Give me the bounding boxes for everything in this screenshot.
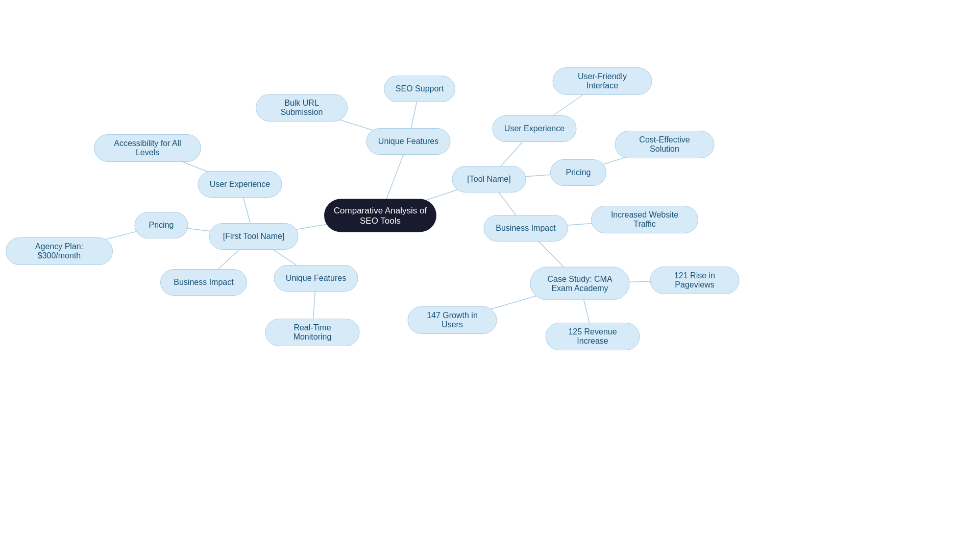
node-cost-effective[interactable]: Cost-Effective Solution bbox=[615, 131, 715, 158]
node-business-impact-right[interactable]: Business Impact bbox=[484, 215, 568, 242]
node-rise-pageviews[interactable]: 121 Rise in Pageviews bbox=[650, 267, 740, 294]
node-ux-left[interactable]: User Experience bbox=[198, 171, 282, 198]
node-increased-traffic[interactable]: Increased Website Traffic bbox=[591, 206, 698, 233]
node-unique-features-left[interactable]: Unique Features bbox=[274, 265, 358, 292]
node-case-study[interactable]: Case Study: CMA Exam Academy bbox=[530, 267, 630, 300]
node-pricing-right[interactable]: Pricing bbox=[550, 159, 606, 186]
node-center[interactable]: Comparative Analysis of SEO Tools bbox=[324, 199, 436, 232]
node-business-impact-left[interactable]: Business Impact bbox=[160, 269, 247, 296]
node-bulk-url[interactable]: Bulk URL Submission bbox=[256, 94, 348, 122]
node-seo-support[interactable]: SEO Support bbox=[384, 76, 455, 102]
connections-svg bbox=[0, 0, 980, 553]
node-growth-users[interactable]: 147 Growth in Users bbox=[408, 306, 497, 334]
node-ux-right[interactable]: User Experience bbox=[493, 115, 577, 142]
node-tool-name[interactable]: [Tool Name] bbox=[452, 166, 526, 193]
node-revenue-increase[interactable]: 125 Revenue Increase bbox=[546, 323, 640, 350]
mindmap-container: Comparative Analysis of SEO Tools[First … bbox=[0, 0, 980, 553]
node-user-friendly[interactable]: User-Friendly Interface bbox=[553, 67, 652, 95]
node-first-tool[interactable]: [First Tool Name] bbox=[209, 223, 299, 250]
node-pricing-left[interactable]: Pricing bbox=[135, 212, 188, 238]
node-unique-features-right[interactable]: Unique Features bbox=[366, 128, 451, 155]
node-real-time[interactable]: Real-Time Monitoring bbox=[265, 319, 360, 346]
node-accessibility[interactable]: Accessibility for All Levels bbox=[94, 134, 201, 162]
node-agency-plan[interactable]: Agency Plan: $300/month bbox=[6, 237, 113, 265]
